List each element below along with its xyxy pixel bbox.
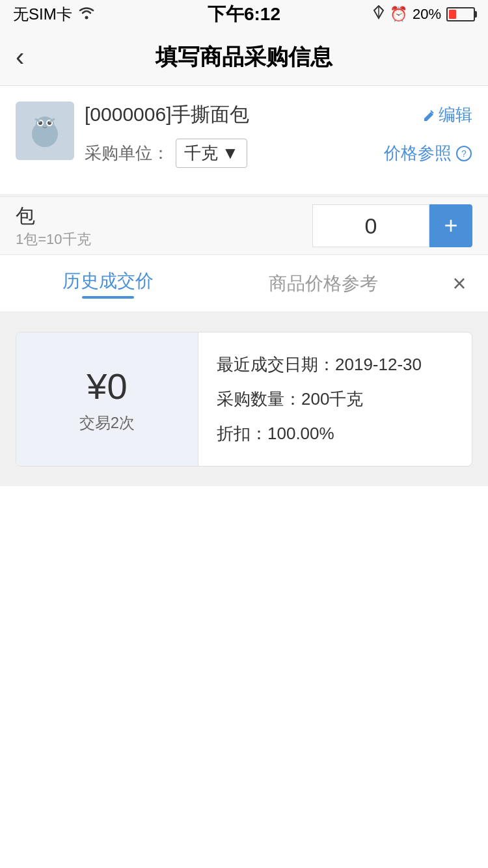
quantity-input[interactable]: 0 <box>312 204 429 247</box>
quantity-control: 0 + <box>312 204 472 247</box>
tab-bar: 历史成交价 商品价格参考 × <box>0 255 488 312</box>
signal-text: 无SIM卡 <box>13 4 72 25</box>
quantity-value: 0 <box>365 213 377 239</box>
status-right: ⏰ 20% <box>373 5 475 23</box>
dropdown-arrow-icon: ▼ <box>222 143 239 163</box>
battery-icon <box>446 7 475 21</box>
discount-value: 100.00% <box>267 424 334 443</box>
quantity-row: 包 1包=10千克 0 + <box>0 197 488 255</box>
edit-label: 编辑 <box>439 103 472 126</box>
price-amount: ¥0 <box>87 365 127 407</box>
battery-percent: 20% <box>413 6 441 23</box>
page-title: 填写商品采购信息 <box>156 42 332 72</box>
purchase-qty-value: 200千克 <box>301 389 363 409</box>
price-details: 最近成交日期：2019-12-30 采购数量：200千克 折扣：100.00% <box>198 332 472 466</box>
tab-close-button[interactable]: × <box>431 255 488 312</box>
recent-date-label: 最近成交日期： <box>217 355 335 374</box>
recent-date-row: 最近成交日期：2019-12-30 <box>217 352 454 377</box>
price-card: ¥0 交易2次 最近成交日期：2019-12-30 采购数量：200千克 折扣：… <box>16 332 472 467</box>
tab-history-label: 历史成交价 <box>62 269 154 293</box>
quantity-plus-button[interactable]: + <box>429 204 472 247</box>
nav-bar: ‹ 填写商品采购信息 <box>0 29 488 86</box>
quantity-label: 包 1包=10千克 <box>16 203 91 249</box>
unit-selector[interactable]: 千克 ▼ <box>176 139 247 168</box>
discount-row: 折扣：100.00% <box>217 421 454 446</box>
product-info: [0000006]手撕面包 编辑 采购单位： 千克 ▼ <box>85 102 472 168</box>
product-header: [0000006]手撕面包 编辑 采购单位： 千克 ▼ <box>16 102 472 168</box>
purchase-qty-row: 采购数量：200千克 <box>217 387 454 412</box>
discount-label: 折扣： <box>217 424 267 443</box>
unit-label: 采购单位： <box>85 142 169 165</box>
product-name-row: [0000006]手撕面包 编辑 <box>85 102 472 128</box>
tab-product-price-ref[interactable]: 商品价格参考 <box>215 255 431 312</box>
status-bar: 无SIM卡 下午6:12 ⏰ 20% <box>0 0 488 29</box>
tab-price-ref-label: 商品价格参考 <box>269 271 378 296</box>
product-name: [0000006]手撕面包 <box>85 102 249 128</box>
plus-icon: + <box>444 212 457 239</box>
alarm-icon: ⏰ <box>390 6 407 23</box>
close-icon: × <box>452 270 466 297</box>
quantity-conversion: 1包=10千克 <box>16 230 91 249</box>
purchase-qty-label: 采购数量： <box>217 389 301 409</box>
status-left: 无SIM卡 <box>13 4 96 25</box>
wifi-icon <box>77 5 96 23</box>
back-button[interactable]: ‹ <box>16 42 24 72</box>
status-time: 下午6:12 <box>208 2 280 27</box>
product-thumbnail <box>16 102 74 160</box>
price-section: ¥0 交易2次 最近成交日期：2019-12-30 采购数量：200千克 折扣：… <box>0 312 488 486</box>
unit-value: 千克 <box>184 142 218 165</box>
page-rest <box>0 486 488 868</box>
svg-text:?: ? <box>461 148 467 159</box>
recent-date-value: 2019-12-30 <box>335 355 422 374</box>
unit-row: 采购单位： 千克 ▼ 价格参照 ? <box>85 139 472 168</box>
tab-active-indicator <box>82 296 134 299</box>
edit-button[interactable]: 编辑 <box>422 103 472 126</box>
tab-history-price[interactable]: 历史成交价 <box>0 255 215 312</box>
svg-point-0 <box>85 16 88 20</box>
trade-count: 交易2次 <box>79 413 135 433</box>
unit-left: 采购单位： 千克 ▼ <box>85 139 247 168</box>
product-card: [0000006]手撕面包 编辑 采购单位： 千克 ▼ <box>0 86 488 194</box>
price-ref-button[interactable]: 价格参照 ? <box>384 142 472 165</box>
location-icon <box>373 5 385 23</box>
price-summary: ¥0 交易2次 <box>16 332 198 466</box>
price-ref-label: 价格参照 <box>384 142 452 165</box>
quantity-unit-name: 包 <box>16 203 91 230</box>
